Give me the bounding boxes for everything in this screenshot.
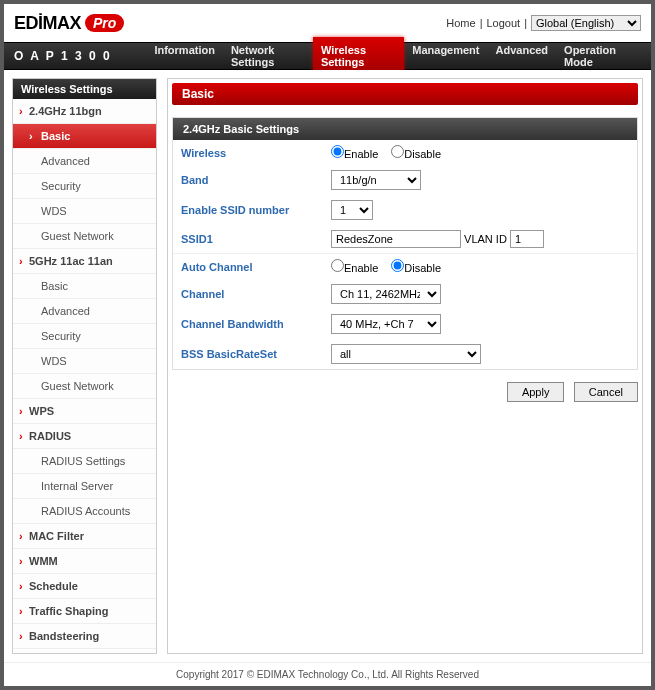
label-channel: Channel: [173, 279, 323, 309]
label-ssid1: SSID1: [173, 225, 323, 254]
sidebar-item-5-guest[interactable]: Guest Network: [13, 374, 156, 399]
sidebar-group-traffic[interactable]: Traffic Shaping: [13, 599, 156, 624]
sidebar-item-24-security[interactable]: Security: [13, 174, 156, 199]
autochannel-disable-label: Disable: [404, 262, 441, 274]
wireless-enable-radio[interactable]: [331, 145, 344, 158]
sidebar-group-wps[interactable]: WPS: [13, 399, 156, 424]
sidebar-item-radius-accounts[interactable]: RADIUS Accounts: [13, 499, 156, 524]
channel-select[interactable]: Ch 11, 2462MHz: [331, 284, 441, 304]
vlanid-input[interactable]: [510, 230, 544, 248]
sidebar-item-5-wds[interactable]: WDS: [13, 349, 156, 374]
band-select[interactable]: 11b/g/n: [331, 170, 421, 190]
sidebar-item-radius-settings[interactable]: RADIUS Settings: [13, 449, 156, 474]
top-links: Home | Logout | Global (English): [446, 15, 641, 31]
sidebar-item-24-basic[interactable]: Basic: [13, 124, 156, 149]
wireless-enable-label: Enable: [344, 148, 378, 160]
wireless-disable-radio[interactable]: [391, 145, 404, 158]
sidebar-item-24-wds[interactable]: WDS: [13, 199, 156, 224]
page-title: Basic: [172, 83, 638, 105]
main-nav: O A P 1 3 0 0 Information Network Settin…: [4, 42, 651, 70]
label-wireless: Wireless: [173, 140, 323, 165]
label-vlanid: VLAN ID: [464, 233, 507, 245]
label-enable-ssid-number: Enable SSID number: [173, 195, 323, 225]
label-bss-basicrateset: BSS BasicRateSet: [173, 339, 323, 369]
logo: EDİMAXPro: [14, 13, 124, 34]
sidebar-group-wmm[interactable]: WMM: [13, 549, 156, 574]
apply-button[interactable]: Apply: [507, 382, 565, 402]
cancel-button[interactable]: Cancel: [574, 382, 638, 402]
sidebar-group-24ghz[interactable]: 2.4GHz 11bgn: [13, 99, 156, 124]
sidebar-item-radius-internal[interactable]: Internal Server: [13, 474, 156, 499]
sidebar-group-bandsteering[interactable]: Bandsteering: [13, 624, 156, 649]
label-band: Band: [173, 165, 323, 195]
autochannel-disable-radio[interactable]: [391, 259, 404, 272]
logout-link[interactable]: Logout: [486, 17, 520, 29]
footer: Copyright 2017 © EDIMAX Technology Co., …: [4, 662, 651, 686]
sidebar: Wireless Settings 2.4GHz 11bgn Basic Adv…: [12, 78, 157, 654]
sidebar-item-5-security[interactable]: Security: [13, 324, 156, 349]
autochannel-enable-label: Enable: [344, 262, 378, 274]
wireless-disable-label: Disable: [404, 148, 441, 160]
language-select[interactable]: Global (English): [531, 15, 641, 31]
autochannel-enable-radio[interactable]: [331, 259, 344, 272]
label-channel-bandwidth: Channel Bandwidth: [173, 309, 323, 339]
channel-bandwidth-select[interactable]: 40 MHz, +Ch 7: [331, 314, 441, 334]
sidebar-group-macfilter[interactable]: MAC Filter: [13, 524, 156, 549]
model-name: O A P 1 3 0 0: [14, 49, 146, 63]
sidebar-group-5ghz[interactable]: 5GHz 11ac 11an: [13, 249, 156, 274]
sidebar-title: Wireless Settings: [13, 79, 156, 99]
sidebar-item-24-advanced[interactable]: Advanced: [13, 149, 156, 174]
label-autochannel: Auto Channel: [173, 254, 323, 280]
sidebar-group-schedule[interactable]: Schedule: [13, 574, 156, 599]
sidebar-item-24-guest[interactable]: Guest Network: [13, 224, 156, 249]
sidebar-item-5-advanced[interactable]: Advanced: [13, 299, 156, 324]
bss-basicrateset-select[interactable]: all: [331, 344, 481, 364]
sidebar-group-radius[interactable]: RADIUS: [13, 424, 156, 449]
ssid1-input[interactable]: [331, 230, 461, 248]
ssid-number-select[interactable]: 1: [331, 200, 373, 220]
home-link[interactable]: Home: [446, 17, 475, 29]
panel-title: 2.4GHz Basic Settings: [173, 118, 637, 140]
sidebar-item-5-basic[interactable]: Basic: [13, 274, 156, 299]
content-area: Basic 2.4GHz Basic Settings Wireless Ena…: [167, 78, 643, 654]
